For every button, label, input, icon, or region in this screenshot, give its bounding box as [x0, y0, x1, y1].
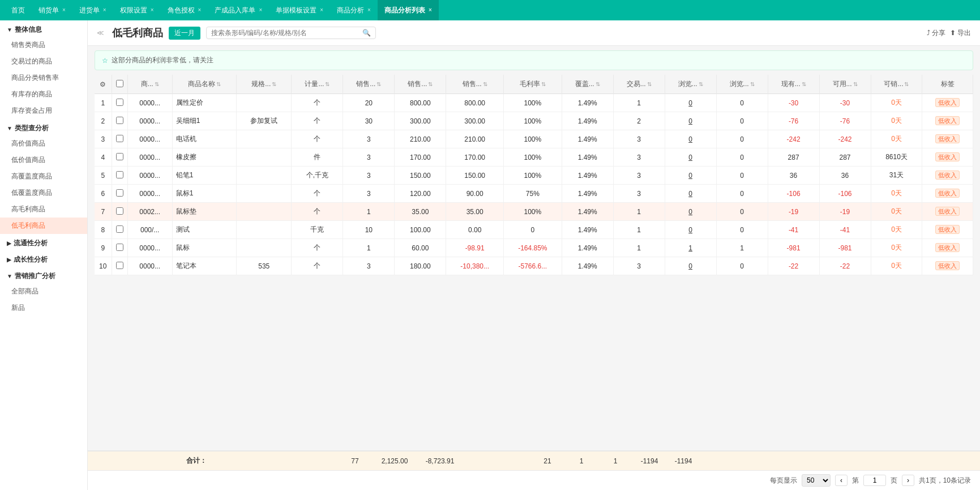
cell-checkbox[interactable] [112, 94, 127, 112]
close-icon[interactable]: × [320, 0, 323, 20]
cell-checkbox[interactable] [112, 112, 127, 130]
cell-checkbox[interactable] [112, 185, 127, 203]
cell-views-link[interactable]: 0 [665, 130, 716, 148]
cell-views-link[interactable]: 0 [665, 148, 716, 167]
cell-views-link[interactable]: 0 [665, 185, 716, 203]
cell-name[interactable]: 属性定价 [172, 94, 236, 112]
sidebar-item-high-coverage[interactable]: 高覆盖度商品 [0, 168, 87, 185]
row-checkbox[interactable] [116, 117, 123, 124]
close-icon[interactable]: × [429, 0, 432, 20]
sidebar-item-high-profit[interactable]: 高毛利商品 [0, 201, 87, 218]
period-button[interactable]: 近一月 [169, 27, 200, 40]
cell-views-link[interactable]: 0 [665, 94, 716, 112]
cell-views-link[interactable]: 0 [665, 112, 716, 130]
row-checkbox[interactable] [116, 225, 123, 233]
sidebar-item-low-profit[interactable]: 低毛利商品 [0, 218, 87, 234]
row-checkbox[interactable] [116, 244, 123, 251]
sidebar-item-traded-goods[interactable]: 交易过的商品 [0, 53, 87, 70]
sidebar-item-inventory-goods[interactable]: 有库存的商品 [0, 86, 87, 103]
nav-sales[interactable]: 销货单 × [32, 0, 72, 20]
nav-template[interactable]: 单据模板设置 × [269, 0, 330, 20]
cell-checkbox[interactable] [112, 239, 127, 257]
cell-checkbox[interactable] [112, 203, 127, 221]
sidebar-item-low-coverage[interactable]: 低覆盖度商品 [0, 185, 87, 201]
prev-page-button[interactable]: ‹ [835, 475, 848, 486]
cell-name[interactable]: 鼠标垫 [172, 203, 236, 221]
row-checkbox[interactable] [116, 153, 123, 160]
export-button[interactable]: ⬆ 导出 [950, 28, 971, 38]
cell-name[interactable]: 鼠标1 [172, 185, 236, 203]
cell-checkbox[interactable] [112, 221, 127, 239]
cell-views-link[interactable]: 0 [665, 167, 716, 185]
close-icon[interactable]: × [151, 0, 154, 20]
nav-home[interactable]: 首页 [5, 0, 32, 20]
sidebar-collapse-icon[interactable]: ≪ [97, 29, 104, 37]
search-input[interactable] [211, 29, 362, 37]
nav-permission[interactable]: 权限设置 × [113, 0, 161, 20]
cell-tag: 低收入 [922, 203, 973, 221]
cell-name[interactable]: 测试 [172, 221, 236, 239]
sidebar-item-category-rate[interactable]: 商品分类销售率 [0, 70, 87, 86]
cell-views-link[interactable]: 0 [665, 221, 716, 239]
cell-checkbox[interactable] [112, 148, 127, 167]
row-checkbox[interactable] [116, 135, 123, 142]
cell-checkbox[interactable] [112, 167, 127, 185]
sidebar-group-type-analysis[interactable]: ▼ 类型查分析 [0, 119, 87, 135]
cell-unit: 个 [292, 130, 343, 148]
row-checkbox[interactable] [116, 171, 123, 178]
tag-badge: 低收入 [935, 134, 960, 143]
nav-product-analysis[interactable]: 商品分析 × [330, 0, 378, 20]
sidebar-group-growth[interactable]: ▶ 成长性分析 [0, 250, 87, 267]
close-icon[interactable]: × [62, 0, 66, 20]
row-checkbox[interactable] [116, 207, 123, 215]
search-icon[interactable]: 🔍 [362, 29, 371, 37]
select-all-checkbox[interactable] [116, 80, 123, 87]
cell-views-link[interactable]: 0 [665, 203, 716, 221]
nav-product-analysis-list[interactable]: 商品分析列表 × [378, 0, 439, 20]
row-checkbox[interactable] [116, 189, 123, 197]
cell-checkbox[interactable] [112, 130, 127, 148]
sidebar-item-capital-usage[interactable]: 库存资金占用 [0, 103, 87, 119]
search-box[interactable]: 🔍 [206, 27, 376, 39]
cell-views: 0 [716, 221, 768, 239]
nav-finished-goods[interactable]: 产成品入库单 × [208, 0, 269, 20]
cell-views-link[interactable]: 1 [665, 239, 716, 257]
table-wrapper[interactable]: ⚙ 商...⇅ 商品名称⇅ 规格...⇅ 计量...⇅ 销售...⇅ 销售...… [88, 75, 980, 450]
page-size-select[interactable]: 50 10 20 100 [802, 474, 831, 487]
cell-name[interactable]: 鼠标 [172, 239, 236, 257]
sidebar-group-marketing[interactable]: ▼ 营销推广分析 [0, 267, 87, 283]
sidebar-item-all-goods[interactable]: 全部商品 [0, 283, 87, 300]
footer-blank-6 [700, 457, 734, 465]
col-code: 商...⇅ [127, 75, 172, 94]
share-button[interactable]: ⤴ 分享 [927, 28, 945, 38]
sidebar-item-high-value[interactable]: 高价值商品 [0, 135, 87, 152]
cell-name[interactable]: 笔记本 [172, 257, 236, 275]
cell-name[interactable]: 吴细细1 [172, 112, 236, 130]
nav-purchase[interactable]: 进货单 × [72, 0, 113, 20]
col-settings[interactable]: ⚙ [95, 75, 112, 94]
row-checkbox[interactable] [116, 262, 123, 269]
sidebar-item-sales-goods[interactable]: 销售类商品 [0, 37, 87, 53]
sidebar-group-circulation[interactable]: ▶ 流通性分析 [0, 234, 87, 250]
close-icon[interactable]: × [259, 0, 262, 20]
cell-checkbox[interactable] [112, 257, 127, 275]
cell-name[interactable]: 铅笔1 [172, 167, 236, 185]
nav-role-auth[interactable]: 角色授权 × [161, 0, 208, 20]
sidebar-item-new-goods[interactable]: 新品 [0, 300, 87, 316]
page-number-input[interactable] [863, 475, 886, 486]
close-icon[interactable]: × [367, 0, 371, 20]
close-icon[interactable]: × [103, 0, 106, 20]
sidebar-item-low-value[interactable]: 低价值商品 [0, 152, 87, 168]
cell-name[interactable]: 橡皮擦 [172, 148, 236, 167]
close-icon[interactable]: × [198, 0, 202, 20]
cell-views-link[interactable]: 0 [665, 257, 716, 275]
cell-sales-amt: 170.00 [446, 148, 504, 167]
cell-spec [237, 130, 292, 148]
next-page-button[interactable]: › [902, 475, 914, 486]
col-checkbox[interactable] [112, 75, 127, 94]
cell-views: 0 [716, 185, 768, 203]
cell-sales-amt: 150.00 [446, 167, 504, 185]
cell-name[interactable]: 电话机 [172, 130, 236, 148]
row-checkbox[interactable] [116, 99, 123, 106]
sidebar-group-overall[interactable]: ▼ 整体信息 [0, 20, 87, 37]
